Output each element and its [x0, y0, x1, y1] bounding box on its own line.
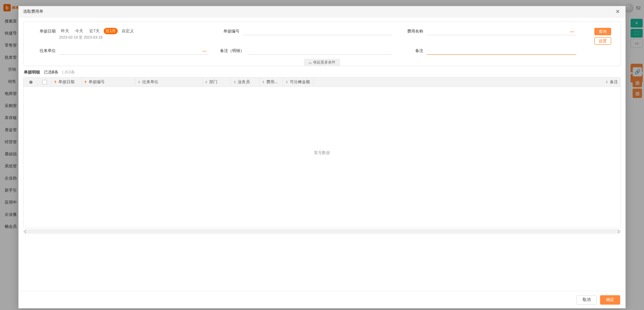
filter-panel: 单据日期 昨天 今天 近7天 近1月 自定义 2023-02-18 至 2023…: [23, 21, 621, 66]
date-opt-last7[interactable]: 近7天: [87, 28, 102, 34]
date-opt-yesterday[interactable]: 昨天: [59, 28, 71, 34]
cancel-button[interactable]: 取消: [577, 295, 597, 305]
label-remark-detail: 备注（明细）: [217, 47, 244, 54]
field-remark: 备注: [400, 47, 576, 55]
table-header: 单据日期 单据编号 往来单位 部门 业务员: [23, 78, 621, 87]
label-fee-name: 费用名称: [400, 28, 423, 35]
query-button[interactable]: 查询: [594, 28, 611, 35]
fee-name-picker-icon[interactable]: …: [569, 28, 576, 33]
horizontal-scrollbar[interactable]: [23, 229, 621, 234]
col-party[interactable]: 往来单位: [136, 78, 203, 87]
col-dept[interactable]: 部门: [203, 78, 231, 87]
sort-down-icon: [286, 82, 288, 84]
party-picker-icon[interactable]: …: [201, 47, 209, 53]
table-detail-title: 单据明细: [24, 69, 40, 75]
col-settings[interactable]: [23, 78, 38, 87]
total-count-label: | 共0条: [62, 69, 75, 75]
settings-button[interactable]: 设置: [594, 37, 611, 45]
date-opt-today[interactable]: 今天: [73, 28, 85, 34]
collapse-conditions-button[interactable]: ︽ 收起更多条件: [304, 59, 340, 66]
col-operator[interactable]: 业务员: [231, 78, 260, 87]
field-doc-no: 单据编号: [217, 28, 392, 35]
col-remark[interactable]: 备注: [313, 78, 621, 87]
sort-down-icon: [205, 82, 207, 84]
modal-title: 选取费用单: [23, 9, 43, 14]
field-remark-detail: 备注（明细）: [217, 47, 392, 55]
input-remark[interactable]: [427, 47, 576, 55]
col-fee[interactable]: 费用...: [260, 78, 283, 87]
label-doc-date: 单据日期: [33, 28, 56, 35]
date-range-text: 2023-02-18 至 2023-03-18: [59, 35, 209, 40]
col-checkbox: [38, 78, 52, 87]
date-options: 昨天 今天 近7天 近1月 自定义: [59, 28, 209, 34]
input-fee-name[interactable]: [427, 28, 576, 35]
confirm-button[interactable]: 确定: [600, 295, 620, 305]
table: 单据日期 单据编号 往来单位 部门 业务员: [23, 77, 621, 228]
label-party: 往来单位: [33, 47, 56, 54]
close-icon[interactable]: ✕: [614, 8, 621, 15]
chevron-up-icon: ︽: [309, 61, 312, 64]
modal-footer: 取消 确定: [18, 291, 626, 308]
input-remark-detail[interactable]: [248, 47, 392, 55]
date-opt-last1m[interactable]: 近1月: [104, 28, 118, 34]
gear-icon: [28, 80, 33, 85]
modal-header: 选取费用单 ✕: [18, 6, 626, 17]
collapse-text: 收起更多条件: [313, 60, 335, 65]
sort-down-icon: [606, 82, 608, 84]
date-opt-custom[interactable]: 自定义: [120, 28, 136, 34]
empty-state: 暂无数据: [23, 150, 621, 156]
selected-count-label: 已选0条: [44, 69, 58, 75]
field-party: 往来单位 …: [33, 47, 209, 55]
col-alloc-amount[interactable]: 可分摊金额: [283, 78, 313, 87]
table-meta: 单据明细 已选0条 | 共0条: [24, 69, 620, 75]
label-remark: 备注: [400, 47, 423, 54]
field-doc-date: 单据日期 昨天 今天 近7天 近1月 自定义 2023-02-18 至 2023…: [33, 28, 209, 40]
label-doc-no: 单据编号: [217, 28, 239, 35]
select-fee-modal: 选取费用单 ✕ 单据日期 昨天 今天 近7天 近1月 自定义: [18, 6, 626, 308]
input-doc-no[interactable]: [243, 28, 392, 35]
sort-down-icon: [234, 82, 236, 84]
sort-down-icon: [262, 82, 264, 84]
sort-down-icon: [85, 82, 87, 84]
sort-down-icon: [138, 82, 140, 84]
sort-down-icon: [54, 82, 56, 84]
col-doc-no[interactable]: 单据编号: [82, 78, 136, 87]
modal-body: 单据日期 昨天 今天 近7天 近1月 自定义 2023-02-18 至 2023…: [18, 17, 626, 291]
input-party[interactable]: [59, 47, 209, 55]
col-doc-date[interactable]: 单据日期: [52, 78, 82, 87]
field-fee-name: 费用名称 …: [400, 28, 576, 35]
select-all-checkbox[interactable]: [42, 80, 47, 85]
